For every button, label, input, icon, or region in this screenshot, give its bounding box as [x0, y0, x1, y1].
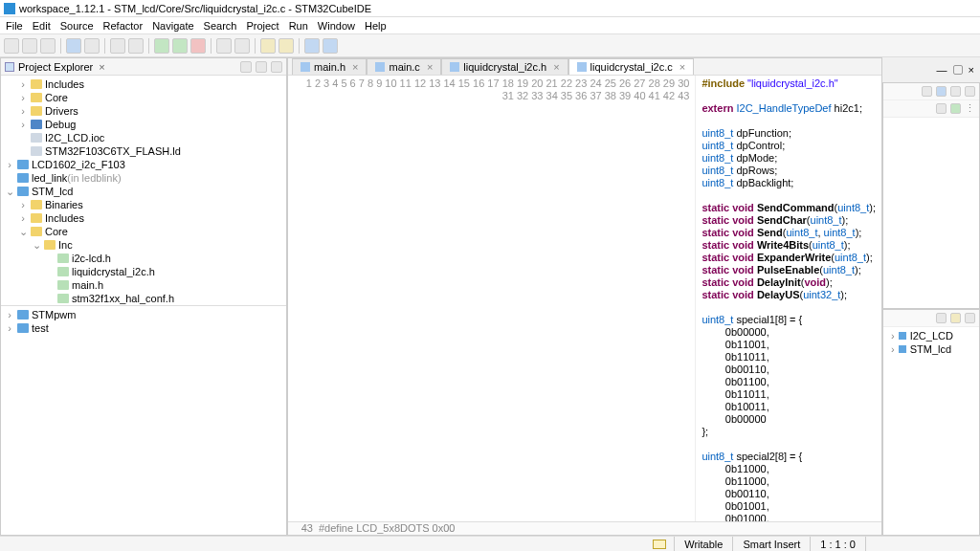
twisty-icon[interactable]: ⌄: [32, 239, 41, 252]
tree-node[interactable]: ›Includes: [1, 77, 286, 91]
code-content[interactable]: #include "liquidcrystal_i2c.h" extern I2…: [696, 76, 881, 521]
chip-icon[interactable]: [128, 38, 144, 54]
twisty-icon[interactable]: ›: [5, 159, 14, 170]
stop-icon[interactable]: [190, 38, 206, 54]
status-warning-icon[interactable]: [653, 540, 666, 549]
tree-node[interactable]: ›test: [1, 321, 286, 335]
project-tree[interactable]: ›Includes›Core›Drivers›DebugI2C_LCD.iocS…: [1, 76, 286, 306]
tree-node[interactable]: ›Includes: [1, 211, 286, 225]
tree-node[interactable]: stm32f1xx_hal_conf.h: [1, 292, 286, 305]
twisty-icon[interactable]: ›: [891, 330, 895, 342]
search-icon[interactable]: [922, 86, 932, 97]
home-icon[interactable]: [936, 313, 947, 323]
ext-tools-icon[interactable]: [216, 38, 232, 54]
tree-node[interactable]: ⌄STM_lcd: [1, 185, 286, 198]
tree-node[interactable]: ›STMpwm: [1, 308, 286, 321]
build-icon[interactable]: [66, 38, 81, 54]
editor-tab[interactable]: main.h×: [292, 58, 367, 75]
close-tab-icon[interactable]: ×: [679, 61, 685, 73]
minimize-icon[interactable]: —: [937, 64, 947, 76]
outline-icon[interactable]: [936, 86, 947, 97]
menu-window[interactable]: Window: [318, 20, 355, 32]
tree-node[interactable]: i2c-lcd.h: [1, 252, 286, 265]
close-window-icon[interactable]: ×: [969, 64, 974, 76]
nav-fwd-icon[interactable]: [278, 38, 294, 54]
save-icon[interactable]: [22, 38, 37, 54]
title-bar: workspace_1.12.1 - STM_lcd/Core/Src/liqu…: [0, 0, 980, 17]
tree-node[interactable]: I2C_LCD.ioc: [1, 131, 286, 144]
close-tab-icon[interactable]: ×: [352, 61, 358, 73]
tree-node[interactable]: ›Core: [1, 91, 286, 104]
outline-label: STM_lcd: [910, 343, 951, 355]
search-icon[interactable]: [234, 38, 250, 54]
hammer-icon[interactable]: [84, 38, 100, 54]
editor-tab[interactable]: liquidcrystal_i2c.h×: [441, 58, 568, 75]
target-icon[interactable]: [110, 38, 125, 54]
open-perspective-icon[interactable]: [323, 38, 338, 54]
link-editor-icon[interactable]: [256, 61, 267, 73]
tree-node[interactable]: main.h: [1, 278, 286, 292]
twisty-icon[interactable]: ›: [18, 199, 28, 210]
outline-item[interactable]: ›I2C_LCD: [883, 329, 979, 342]
nav-back-icon[interactable]: [260, 38, 276, 54]
maximize-icon[interactable]: [953, 65, 963, 75]
sync-icon[interactable]: [950, 103, 961, 114]
debug-icon[interactable]: [154, 38, 169, 54]
tree-node[interactable]: led_link (in ledblink): [1, 171, 286, 185]
twisty-icon[interactable]: ›: [18, 212, 28, 224]
prj-icon: [17, 310, 29, 320]
run-icon[interactable]: [172, 38, 188, 54]
more-icon[interactable]: ⋮: [965, 102, 975, 115]
code-editor[interactable]: 1 2 3 4 5 6 7 8 9 10 11 12 13 14 15 16 1…: [288, 76, 881, 521]
new-icon[interactable]: [4, 38, 19, 54]
twisty-icon[interactable]: ›: [18, 92, 28, 103]
fld-icon: [31, 200, 42, 209]
tree-node[interactable]: liquidcrystal_i2c.h: [1, 265, 286, 278]
twisty-icon[interactable]: ›: [891, 343, 895, 355]
twisty-icon[interactable]: ›: [18, 105, 28, 117]
outline-item[interactable]: ›STM_lcd: [883, 342, 979, 356]
fld-icon: [31, 213, 42, 223]
menu-navigate[interactable]: Navigate: [152, 20, 193, 32]
menu-run[interactable]: Run: [289, 20, 308, 32]
view-menu-icon[interactable]: [271, 61, 282, 73]
tree-label: Includes: [45, 78, 84, 90]
tree-node[interactable]: STM32F103C6TX_FLASH.ld: [1, 144, 286, 158]
editor-tab[interactable]: main.c×: [367, 58, 441, 75]
tree-node[interactable]: ⌄Inc: [1, 238, 286, 252]
twisty-icon[interactable]: ›: [18, 119, 28, 130]
refresh-icon[interactable]: [950, 313, 961, 323]
perspective-icon[interactable]: [304, 38, 320, 54]
outline-tree[interactable]: ›I2C_LCD›STM_lcd: [883, 327, 979, 356]
menu-search[interactable]: Search: [204, 20, 237, 32]
menu-refactor[interactable]: Refactor: [103, 20, 144, 32]
twisty-icon[interactable]: ›: [5, 322, 14, 334]
tree-node[interactable]: ›Binaries: [1, 198, 286, 211]
filter-icon[interactable]: [936, 103, 947, 114]
tree-node[interactable]: ›Drivers: [1, 104, 286, 118]
tree-node[interactable]: ›LCD1602_i2c_F103: [1, 158, 286, 171]
project-tree-secondary[interactable]: ›STMpwm›test: [1, 306, 286, 536]
twisty-icon[interactable]: ›: [18, 78, 28, 90]
close-tab-icon[interactable]: ×: [427, 61, 433, 73]
status-insert-mode: Smart Insert: [732, 537, 810, 551]
twisty-icon[interactable]: ⌄: [18, 226, 28, 238]
project-explorer-panel: Project Explorer × ›Includes›Core›Driver…: [0, 57, 287, 536]
collapse-all-icon[interactable]: [240, 61, 252, 73]
menu-edit[interactable]: Edit: [33, 20, 51, 32]
twisty-icon[interactable]: ›: [5, 309, 14, 320]
close-tab-icon[interactable]: ×: [553, 61, 559, 73]
twisty-icon[interactable]: ⌄: [5, 186, 14, 198]
build-targets-icon[interactable]: [950, 86, 961, 97]
menu-source[interactable]: Source: [60, 20, 94, 32]
menu-project[interactable]: Project: [246, 20, 278, 32]
tree-node[interactable]: ⌄Core: [1, 225, 286, 238]
save-all-icon[interactable]: [40, 38, 56, 54]
rss-icon[interactable]: [965, 313, 975, 323]
tasks-icon[interactable]: [965, 86, 975, 97]
menu-help[interactable]: Help: [365, 20, 387, 32]
menu-file[interactable]: File: [6, 20, 23, 32]
tree-node[interactable]: ›Debug: [1, 118, 286, 131]
editor-tab[interactable]: liquidcrystal_i2c.c×: [568, 58, 695, 75]
close-icon[interactable]: ×: [99, 61, 104, 73]
